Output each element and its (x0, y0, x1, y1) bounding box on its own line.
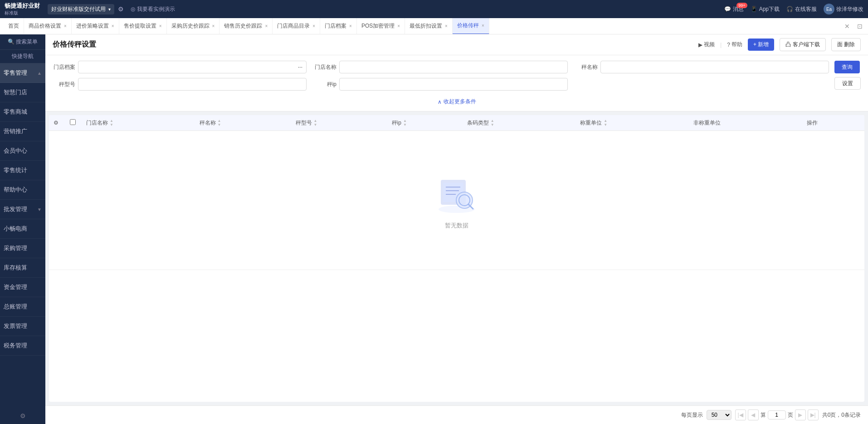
tab-purchase-strategy-close[interactable]: × (112, 24, 114, 29)
expand-tabs-icon[interactable]: ⊡ (855, 22, 864, 31)
tab-price-scale-close[interactable]: × (482, 23, 484, 28)
sidebar-item-help-center[interactable]: 帮助中心 (0, 180, 45, 200)
tab-min-discount[interactable]: 最低折扣设置 × (405, 18, 453, 34)
divider: | (720, 41, 722, 48)
tab-store-catalog-close[interactable]: × (312, 24, 315, 29)
page-number-input[interactable] (768, 410, 786, 419)
add-button[interactable]: + 新增 (748, 39, 774, 51)
video-link[interactable]: ▶ 视频 (698, 41, 715, 48)
tab-price-setting-close[interactable]: × (64, 24, 67, 29)
scale-model-input[interactable] (78, 78, 307, 91)
sidebar-item-member-center[interactable]: 会员中心 (0, 141, 45, 161)
empty-text: 暂无数据 (445, 222, 468, 230)
query-button[interactable]: 查询 (834, 61, 860, 73)
store-file-dots: ··· (298, 64, 302, 70)
message-button[interactable]: 💬 消息 99+ (724, 5, 744, 13)
th-settings[interactable]: ⚙ (49, 115, 65, 131)
page-next-button[interactable]: ▶ (795, 410, 806, 420)
page-total: 共0页，0条记录 (822, 411, 861, 419)
sidebar-item-retail-stats[interactable]: 零售统计 (0, 161, 45, 180)
tab-home[interactable]: 首页 (4, 18, 24, 34)
tab-store-file[interactable]: 门店档案 × (320, 18, 357, 34)
tab-purchase-history-label: 采购历史价跟踪 (171, 22, 210, 30)
tab-sale-price[interactable]: 售价提取设置 × (119, 18, 167, 34)
content: 价格传秤设置 ▶ 视频 | ? 帮助 + 新增 凸 客户端下载 面 删除 (45, 34, 868, 424)
tab-sale-price-close[interactable]: × (159, 24, 162, 29)
empty-cell: 暂无数据 (49, 131, 864, 270)
sidebar-search[interactable]: 🔍 搜索菜单 (0, 34, 45, 50)
app-settings-icon[interactable]: ⚙ (118, 5, 124, 13)
sidebar-item-general-ledger[interactable]: 总账管理 (0, 297, 45, 317)
page-prev-button[interactable]: ◀ (748, 410, 759, 420)
online-service-button[interactable]: 🎧 在线客服 (786, 5, 817, 13)
main-area: 🔍 搜索菜单 快捷导航 零售管理 ▲ 智慧门店 零售商城 营销推广 会员中心 (0, 34, 868, 424)
tab-pos-manage-close[interactable]: × (397, 24, 400, 29)
th-checkbox[interactable] (65, 115, 82, 131)
tab-price-scale[interactable]: 价格传秤 × (453, 18, 489, 34)
scale-ip-input[interactable] (339, 78, 568, 91)
th-scale-name-sort[interactable]: ▲▼ (218, 119, 221, 127)
delete-button[interactable]: 面 删除 (831, 38, 861, 51)
sidebar-item-finance[interactable]: 资金管理 (0, 278, 45, 297)
store-file-input[interactable]: ··· (78, 61, 307, 73)
sidebar-item-retail-mall[interactable]: 零售商城 (0, 102, 45, 122)
store-file-label: 门店档案 (53, 63, 75, 71)
select-all-checkbox[interactable] (70, 119, 76, 125)
store-file-field: 门店档案 ··· (53, 61, 307, 73)
version-arrow-icon: ▾ (108, 7, 111, 12)
page-last-button[interactable]: ▶| (808, 410, 819, 420)
sidebar-item-purchase-manage[interactable]: 采购管理 (0, 239, 45, 258)
tab-sale-history[interactable]: 销售历史价跟踪 × (219, 18, 273, 34)
page-word-label: 算 (761, 411, 766, 419)
help-link[interactable]: ? 帮助 (727, 41, 742, 48)
sidebar-item-member-center-label: 会员中心 (4, 147, 27, 155)
th-weight-unit-sort[interactable]: ▲▼ (604, 119, 607, 127)
th-scale-model-sort[interactable]: ▲▼ (314, 119, 317, 127)
sidebar-item-tax-manage[interactable]: 税务管理 (0, 336, 45, 356)
sidebar-item-invoice[interactable]: 发票管理 (0, 317, 45, 336)
version-selector[interactable]: 好业财标准版交付试用 ▾ (48, 4, 114, 14)
th-scale-ip-sort[interactable]: ▲▼ (403, 119, 407, 127)
tab-store-catalog[interactable]: 门店商品目录 × (273, 18, 320, 34)
user-info[interactable]: Ea 徐泽华修改 (824, 4, 863, 14)
th-store-name-sort[interactable]: ▲▼ (110, 119, 113, 127)
tab-pos-manage[interactable]: POS加密管理 × (357, 18, 405, 34)
sidebar-item-general-ledger-label: 总账管理 (4, 303, 27, 311)
th-barcode-type-sort[interactable]: ▲▼ (491, 119, 494, 127)
table-header: ⚙ 门店名称 ▲▼ (49, 115, 864, 131)
store-name-input[interactable] (339, 61, 568, 73)
scale-name-label: 秤名称 (575, 63, 598, 71)
close-all-tabs-icon[interactable]: ✕ (843, 22, 852, 31)
tab-purchase-strategy[interactable]: 进价策略设置 × (72, 18, 119, 34)
sidebar-item-marketing[interactable]: 营销推广 (0, 122, 45, 141)
user-name: 徐泽华修改 (836, 5, 863, 13)
sidebar-item-mini-ecom[interactable]: 小畅电商 (0, 219, 45, 239)
tab-store-file-close[interactable]: × (349, 24, 352, 29)
per-page-select[interactable]: 50 10 20 100 (707, 410, 731, 420)
tab-price-setting[interactable]: 商品价格设置 × (24, 18, 72, 34)
set-button[interactable]: 设置 (834, 77, 861, 90)
sidebar-settings-icon[interactable]: ⚙ (0, 408, 45, 424)
th-scale-model: 秤型号 ▲▼ (291, 115, 387, 131)
tab-pos-manage-label: POS加密管理 (361, 22, 395, 30)
download-button[interactable]: 凸 客户端下载 (780, 38, 825, 51)
th-scale-model-label: 秤型号 (296, 119, 312, 127)
app-download-button[interactable]: 📱 App下载 (751, 5, 780, 13)
tab-purchase-history[interactable]: 采购历史价跟踪 × (167, 18, 220, 34)
tab-min-discount-close[interactable]: × (445, 24, 448, 29)
settings-gear-icon: ⚙ (20, 412, 26, 419)
scale-ip-field: 秤ip (314, 78, 568, 91)
collapse-button[interactable]: ∧ 收起更多条件 (438, 98, 476, 106)
tab-purchase-history-close[interactable]: × (212, 24, 215, 29)
sidebar-item-smart-store[interactable]: 智慧门店 (0, 83, 45, 102)
sidebar-item-inventory[interactable]: 库存核算 (0, 258, 45, 278)
sidebar-item-retail-manage[interactable]: 零售管理 ▲ (0, 63, 45, 83)
sidebar-item-wholesale-manage[interactable]: 批发管理 ▼ (0, 200, 45, 219)
tab-sale-history-close[interactable]: × (265, 24, 268, 29)
sidebar-quick-nav[interactable]: 快捷导航 (0, 50, 45, 63)
table-body: 暂无数据 (49, 131, 864, 270)
scale-name-input[interactable] (600, 61, 829, 73)
demo-button[interactable]: ◎ 我要看实例演示 (131, 5, 175, 13)
sidebar-item-wholesale-manage-label: 批发管理 (4, 205, 27, 213)
page-first-button[interactable]: |◀ (735, 410, 746, 420)
